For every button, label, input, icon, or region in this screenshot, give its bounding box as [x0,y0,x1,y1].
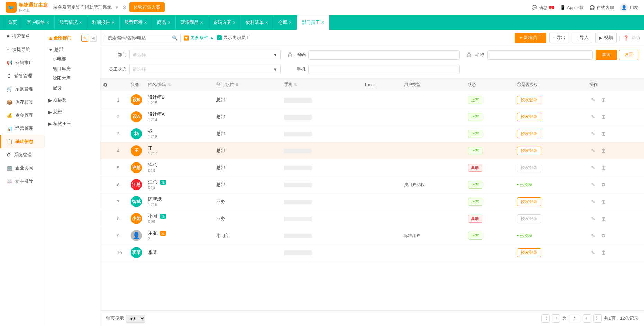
edit-icon[interactable]: ✎ [589,113,597,121]
sidebar-item-sales[interactable]: 🗒 销售管理 [0,69,45,82]
col-dept[interactable]: 部门/职位 ⇅ [214,78,282,91]
edit-icon[interactable]: ✎ [589,96,597,104]
delete-icon[interactable]: 🗑 [600,130,607,138]
auth-button[interactable]: 授权登录 [517,164,541,172]
sidebar-item-basic[interactable]: 📋 基础信息 [0,135,45,148]
dept-group-header-zhiwu[interactable]: ▶ 植物王三 [45,119,100,128]
close-icon[interactable]: ✕ [200,20,203,25]
export-button[interactable]: ↑ 导出 [549,33,570,43]
status-filter-select[interactable]: 请选择 ▼ [129,64,281,74]
col-phone[interactable]: 手机 ⇅ [281,78,362,91]
sidebar-item-shortcut[interactable]: ⌂ 快捷导航 [0,43,45,56]
copy-icon[interactable]: ⧉ [600,232,607,239]
next-page-button[interactable]: 〉 [583,314,591,323]
delete-icon[interactable]: 🗑 [600,147,607,155]
edit-icon[interactable]: ✎ [589,215,597,222]
sidebar-item-purchase[interactable]: 🛒 采购管理 [0,82,45,96]
nav-tab-customer[interactable]: 客户联络 ✕ [22,15,55,30]
edit-icon[interactable]: ✎ [589,232,597,239]
set-button[interactable]: 设置 [619,50,638,60]
help-icon[interactable]: ❓ [623,35,629,41]
sidebar-item-finance[interactable]: 💰 资金管理 [0,109,45,122]
nav-tab-history[interactable]: 经营历程 ✕ [120,15,152,30]
sidebar-item-system[interactable]: ⚙ 系统管理 [0,148,45,161]
edit-icon[interactable]: ✎ [589,147,597,155]
dept-item-shenyang[interactable]: 沈阳大库 [45,73,100,83]
auth-button[interactable]: 授权登录 [517,96,541,104]
delete-icon[interactable]: 🗑 [600,96,607,104]
search-icon[interactable]: 🔍 [172,35,178,41]
auth-button[interactable]: 授权登录 [517,113,541,121]
delete-icon[interactable]: 🗑 [600,164,607,171]
sidebar-item-marketing[interactable]: 📢 营销推广 [0,56,45,69]
employee-name-field[interactable] [490,52,590,58]
delete-icon[interactable]: 🗑 [600,198,607,205]
copy-icon[interactable]: ⧉ [600,181,607,188]
show-resigned-toggle[interactable]: ✓ 显示离职员工 [217,35,250,41]
auth-button[interactable]: 授权登录 [517,248,541,257]
col-name[interactable]: 姓名/编码 ⇅ [145,78,214,91]
auth-button[interactable]: 授权登录 [517,130,541,138]
employee-code-field[interactable] [311,52,456,58]
more-filter-btn[interactable]: 🔽 更多条件 ▲ [183,35,214,41]
page-size-dropdown[interactable]: 50 100 200 [126,315,145,323]
dept-item-xiaodian[interactable]: 小电部 [45,54,100,64]
delete-icon[interactable]: 🗑 [600,249,607,256]
settings-icon[interactable]: ⚙ [122,4,127,11]
settings-icon[interactable]: ⚙ [103,82,108,88]
dept-item-peihuo[interactable]: 配货 [45,83,100,93]
edit-icon[interactable]: ✎ [589,130,597,138]
close-icon[interactable]: ✕ [79,20,82,25]
last-page-button[interactable]: 》 [593,314,602,323]
auth-button[interactable]: 授权登录 [517,214,541,223]
dept-group-header-zongbu[interactable]: ▼ 总部 [45,45,100,54]
page-input[interactable] [569,315,581,322]
close-icon[interactable]: ✕ [167,20,171,25]
dept-collapse-icon[interactable]: ◀ [90,35,97,42]
add-employee-button[interactable]: + 新增员工 [515,33,546,43]
sidebar-item-inventory[interactable]: 📦 库存核算 [0,96,45,109]
close-icon[interactable]: ✕ [289,20,292,25]
delete-icon[interactable]: 🗑 [600,113,607,121]
nav-tab-profit[interactable]: 利润报告 ✕ [87,15,120,30]
edit-icon[interactable]: ✎ [589,181,597,188]
dept-group-header-zongbu2[interactable]: ▶ 总部 [45,107,100,116]
dept-item-project[interactable]: 项目库房 [45,64,100,73]
edit-icon[interactable]: ✎ [589,164,597,171]
dept-group-header-shuangluxiang[interactable]: ▶ 双鹿想 [45,96,100,105]
system-dropdown-icon[interactable]: ▼ [115,5,119,10]
sidebar-item-guide[interactable]: 📖 新手引导 [0,175,45,188]
sidebar-item-operations[interactable]: 📊 经营管理 [0,122,45,135]
edit-icon[interactable]: ✎ [589,198,597,205]
nav-tab-barcode[interactable]: 条码方案 ✕ [208,15,241,30]
nav-tab-goods[interactable]: 商品 ✕ [152,15,176,30]
nav-tab-warehouse[interactable]: 仓库 ✕ [273,15,297,30]
app-download-btn[interactable]: 📱 App下载 [560,5,584,11]
sidebar-item-search[interactable]: ≡ 搜索菜单 [0,30,45,43]
edit-icon[interactable]: ✎ [589,249,597,256]
nav-tab-bom[interactable]: 物料清单 ✕ [241,15,273,30]
employee-name-input[interactable] [487,50,593,60]
view-button[interactable]: ▶ 视频 [595,33,617,43]
close-icon[interactable]: ✕ [233,20,236,25]
sidebar-item-enterprise[interactable]: 🏢 企业协同 [0,161,45,175]
message-btn[interactable]: 💬 消息 5 [532,5,554,11]
close-icon[interactable]: ✕ [265,20,268,25]
prev-page-button[interactable]: 〈 [552,314,560,323]
close-icon[interactable]: ✕ [321,20,324,25]
auth-button[interactable]: 授权登录 [517,147,541,155]
phone-filter-input[interactable] [308,65,460,74]
nav-tab-employees[interactable]: 部门员工 ✕ [297,15,329,30]
close-icon[interactable]: ✕ [144,20,147,25]
phone-field[interactable] [311,67,456,72]
close-icon[interactable]: ✕ [111,20,115,25]
nav-tab-add-goods[interactable]: 新增商品 ✕ [176,15,208,30]
nav-tab-home[interactable]: 首页 [3,15,22,30]
auth-button[interactable]: 授权登录 [517,197,541,206]
dept-edit-icon[interactable]: ✎ [81,35,88,42]
query-button[interactable]: 查询 [596,50,617,60]
nav-tab-operations[interactable]: 经营情况 ✕ [55,15,87,30]
trial-button[interactable]: 体验行业方案 [129,2,165,12]
import-button[interactable]: ↓ 导入 [572,33,592,43]
online-service-btn[interactable]: 🎧 在线客服 [589,5,614,11]
